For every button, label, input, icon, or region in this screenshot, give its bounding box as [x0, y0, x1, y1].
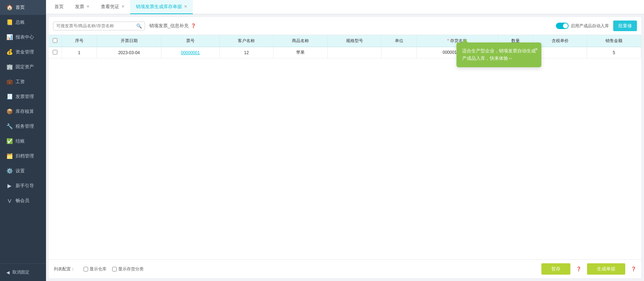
report-icon: 📊 — [6, 34, 13, 40]
invoice-icon: 🧾 — [6, 93, 13, 100]
cell-amount: 5 — [587, 47, 641, 58]
save-help-icon: ❓ — [576, 266, 581, 271]
sidebar-bottom: ◀ 取消固定 — [0, 263, 46, 281]
generate-button[interactable]: 生成单据 — [587, 263, 625, 275]
tooltip-pointer — [462, 39, 468, 42]
sidebar: 🏠 首页 📒 总账 📊 报表中心 💰 资金管理 🏢 固定资产 💼 工资 🧾 发票… — [0, 0, 46, 281]
th-checkbox — [49, 35, 62, 47]
tab-stock-form[interactable]: 销项发票生成库存单据 ✕ — [130, 0, 193, 14]
cell-customer: 12 — [219, 47, 274, 58]
sidebar-item-settings[interactable]: ⚙️ 设置 — [0, 164, 46, 178]
toolbar: 🔍 销项发票_信息补充 ❓ 启用产成品自动入库 批量修 — [49, 17, 641, 35]
guide-icon: ▶ — [6, 183, 13, 189]
auto-warehouse-toggle[interactable] — [556, 23, 569, 29]
sidebar-item-archive[interactable]: 🗂️ 归档管理 — [0, 149, 46, 164]
show-category-label: 显示存货分类 — [112, 266, 144, 272]
show-warehouse-checkbox[interactable] — [84, 267, 88, 271]
info-section: 销项发票_信息补充 ❓ — [149, 23, 196, 29]
table-row: 1 2023-03-04 00000001 12 苹果 000001 苹果 个 … — [49, 47, 641, 58]
unpin-icon: ◀ — [6, 270, 10, 275]
close-voucher-tab-icon[interactable]: ✕ — [121, 4, 125, 9]
th-date: 开票日期 — [97, 35, 161, 47]
cell-goods: 苹果 — [274, 47, 328, 58]
show-category-checkbox[interactable] — [112, 267, 117, 271]
select-all-checkbox[interactable] — [53, 38, 57, 43]
cell-seq: 1 — [62, 47, 97, 58]
sidebar-item-vip[interactable]: V 畅会员 — [0, 193, 46, 208]
tooltip-close-button[interactable]: × — [535, 45, 538, 53]
toggle-knob — [563, 23, 568, 28]
cell-date: 2023-03-04 — [97, 47, 161, 58]
settle-icon: ✅ — [6, 138, 13, 144]
th-model: 规格型号 — [327, 35, 381, 47]
th-goods: 商品名称 — [274, 35, 328, 47]
search-input[interactable] — [56, 23, 136, 28]
tab-invoice[interactable]: 发票 ✕ — [69, 0, 95, 14]
tooltip-text: 适合生产型企业，销项发票自动生成产成品入库，快来体验～ — [462, 48, 536, 61]
th-amount: 销售金额 — [587, 35, 641, 47]
tooltip-popup: × 适合生产型企业，销项发票自动生成产成品入库，快来体验～ — [456, 42, 541, 67]
sidebar-item-salary[interactable]: 💼 工资 — [0, 74, 46, 89]
data-table: 序号 开票日期 票号 客户名称 商品名称 规格型号 单位 存货名称 数量 含税单… — [49, 35, 641, 58]
sidebar-item-fund[interactable]: 💰 资金管理 — [0, 45, 46, 59]
inventory-icon: 📦 — [6, 108, 13, 115]
row-checkbox-cell — [49, 47, 62, 58]
main-area: 首页 发票 ✕ 查看凭证 ✕ 销项发票生成库存单据 ✕ 🔍 销项发票_信息补充 … — [46, 0, 644, 281]
th-no: 票号 — [161, 35, 220, 47]
tab-home[interactable]: 首页 — [49, 0, 69, 14]
home-icon: 🏠 — [6, 4, 13, 11]
table-wrapper: 序号 开票日期 票号 客户名称 商品名称 规格型号 单位 存货名称 数量 含税单… — [49, 35, 641, 259]
batch-button[interactable]: 批量修 — [613, 21, 637, 31]
sidebar-item-tax[interactable]: 🔧 税务管理 — [0, 119, 46, 134]
th-unit: 单位 — [381, 35, 417, 47]
sidebar-item-report[interactable]: 📊 报表中心 — [0, 30, 46, 45]
unpin-button[interactable]: ◀ 取消固定 — [0, 266, 46, 278]
show-warehouse-label: 显示仓库 — [84, 266, 107, 272]
save-button[interactable]: 暂存 — [541, 263, 570, 275]
sidebar-item-asset[interactable]: 🏢 固定资产 — [0, 59, 46, 74]
tab-voucher[interactable]: 查看凭证 ✕ — [95, 0, 130, 14]
vip-icon: V — [6, 198, 13, 204]
cell-unit — [381, 47, 417, 58]
salary-icon: 💼 — [6, 79, 13, 85]
th-customer: 客户名称 — [219, 35, 274, 47]
sidebar-item-inventory[interactable]: 📦 库存核算 — [0, 104, 46, 119]
info-icon: ❓ — [191, 23, 196, 28]
row-checkbox[interactable] — [53, 50, 57, 55]
toggle-section: 启用产成品自动入库 — [556, 23, 609, 29]
search-icon: 🔍 — [136, 23, 142, 29]
close-invoice-tab-icon[interactable]: ✕ — [86, 4, 90, 9]
bottom-bar: 列表配置： 显示仓库 显示存货分类 暂存 ❓ 生成单据 ❓ — [49, 259, 641, 278]
settings-icon: ⚙️ — [6, 168, 13, 174]
tab-bar: 首页 发票 ✕ 查看凭证 ✕ 销项发票生成库存单据 ✕ — [46, 0, 644, 14]
search-box[interactable]: 🔍 — [53, 22, 145, 30]
cell-model — [327, 47, 381, 58]
sidebar-item-invoice[interactable]: 🧾 发票管理 — [0, 89, 46, 104]
tax-icon: 🔧 — [6, 123, 13, 130]
content-area: 🔍 销项发票_信息补充 ❓ 启用产成品自动入库 批量修 — [49, 17, 641, 278]
generate-help-icon: ❓ — [631, 266, 636, 271]
sidebar-item-settle[interactable]: ✅ 结账 — [0, 134, 46, 149]
fund-icon: 💰 — [6, 49, 13, 55]
ledger-icon: 📒 — [6, 19, 13, 25]
th-seq: 序号 — [62, 35, 97, 47]
sidebar-item-guide[interactable]: ▶ 新手引导 — [0, 178, 46, 193]
close-stock-form-tab-icon[interactable]: ✕ — [184, 4, 187, 9]
sidebar-item-ledger[interactable]: 📒 总账 — [0, 15, 46, 30]
asset-icon: 🏢 — [6, 64, 13, 70]
list-config-label: 列表配置： — [54, 266, 75, 272]
archive-icon: 🗂️ — [6, 153, 13, 159]
cell-no[interactable]: 00000001 — [161, 47, 220, 58]
sidebar-item-home[interactable]: 🏠 首页 — [0, 0, 46, 15]
